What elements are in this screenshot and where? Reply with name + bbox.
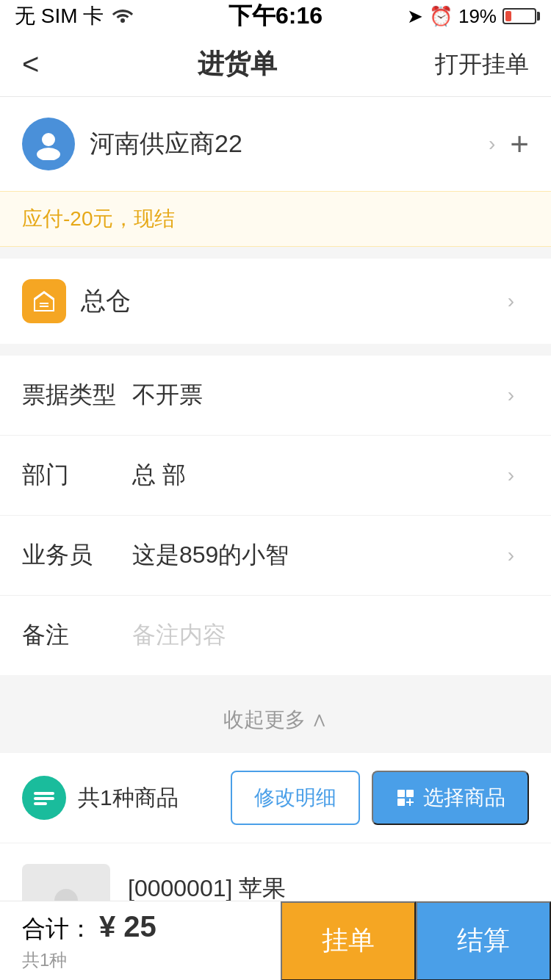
status-left: 无 SIM 卡 <box>15 2 134 30</box>
invoice-type-label: 票据类型 <box>22 379 118 411</box>
status-time: 下午6:16 <box>228 0 323 32</box>
svg-rect-7 <box>397 799 405 806</box>
svg-rect-3 <box>34 797 54 800</box>
remark-row[interactable]: 备注 备注内容 <box>0 596 551 675</box>
edit-detail-button[interactable]: 修改明细 <box>231 771 360 825</box>
supplier-row: 河南供应商22 › + <box>0 97 551 191</box>
salesman-chevron-icon: › <box>508 544 514 567</box>
product-name: [0000001] 苹果 <box>128 873 489 905</box>
supplier-avatar <box>22 118 75 170</box>
checkout-button[interactable]: 结算 <box>416 901 551 981</box>
salesman-value: 这是859的小智 <box>118 539 508 572</box>
open-pending-button[interactable]: 打开挂单 <box>435 48 529 81</box>
supplier-chevron-icon: › <box>489 132 495 156</box>
svg-rect-4 <box>34 802 47 805</box>
invoice-type-value: 不开票 <box>118 379 508 411</box>
department-chevron-icon: › <box>508 464 514 487</box>
salesman-row[interactable]: 业务员 这是859的小智 › <box>0 516 551 596</box>
warehouse-section: 总仓 › <box>0 259 551 344</box>
carrier-text: 无 SIM 卡 <box>15 2 104 30</box>
products-count: 共1种商品 <box>78 783 219 813</box>
salesman-label: 业务员 <box>22 539 118 572</box>
supplier-warning: 应付-20元，现结 <box>0 191 551 247</box>
add-supplier-button[interactable]: + <box>510 126 529 162</box>
total-label: 合计： <box>22 915 93 942</box>
svg-point-1 <box>37 148 60 160</box>
remark-label: 备注 <box>22 619 118 652</box>
location-icon: ➤ <box>407 5 423 28</box>
form-section: 票据类型 不开票 › 部门 总 部 › 业务员 这是859的小智 › 备注 备注… <box>0 356 551 675</box>
back-button[interactable]: < <box>22 48 39 81</box>
bottom-bar: 合计： ¥ 25 共1种 挂单 结算 <box>0 901 551 980</box>
wifi-icon <box>111 4 134 28</box>
supplier-name[interactable]: 河南供应商22 <box>90 127 489 161</box>
select-product-button[interactable]: 选择商品 <box>372 771 529 825</box>
page-title: 进货单 <box>198 46 277 82</box>
nav-bar: < 进货单 打开挂单 <box>0 32 551 97</box>
collapse-label: 收起更多 ∧ <box>223 706 328 734</box>
total-count: 共1种 <box>22 948 259 972</box>
svg-rect-5 <box>397 790 405 797</box>
hang-button[interactable]: 挂单 <box>281 901 416 981</box>
invoice-type-row[interactable]: 票据类型 不开票 › <box>0 356 551 436</box>
main-content: 河南供应商22 › + 应付-20元，现结 总仓 › 票据类型 不开票 › 部门… <box>0 97 551 980</box>
alarm-icon: ⏰ <box>429 5 453 28</box>
department-label: 部门 <box>22 459 118 491</box>
department-row[interactable]: 部门 总 部 › <box>0 436 551 516</box>
supplier-section: 河南供应商22 › + 应付-20元，现结 <box>0 97 551 247</box>
battery-percent: 19% <box>458 5 497 28</box>
invoice-chevron-icon: › <box>508 383 514 407</box>
warehouse-icon <box>22 279 66 323</box>
products-header: 共1种商品 修改明细 选择商品 <box>0 753 551 843</box>
svg-point-0 <box>42 133 55 146</box>
select-product-label: 选择商品 <box>423 784 505 812</box>
warehouse-row[interactable]: 总仓 › <box>0 259 551 344</box>
collapse-row[interactable]: 收起更多 ∧ <box>0 687 551 753</box>
products-icon <box>22 776 66 820</box>
total-amount: ¥ 25 <box>99 910 156 943</box>
warehouse-chevron-icon: › <box>508 289 514 313</box>
battery-icon <box>503 8 536 24</box>
department-value: 总 部 <box>118 459 508 491</box>
svg-rect-2 <box>34 792 54 795</box>
total-row: 合计： ¥ 25 <box>22 910 259 945</box>
svg-rect-6 <box>406 790 414 797</box>
total-section: 合计： ¥ 25 共1种 <box>0 910 281 972</box>
warehouse-name: 总仓 <box>81 284 508 318</box>
status-right: ➤ ⏰ 19% <box>407 5 536 28</box>
status-bar: 无 SIM 卡 下午6:16 ➤ ⏰ 19% <box>0 0 551 32</box>
remark-input[interactable]: 备注内容 <box>118 619 529 652</box>
